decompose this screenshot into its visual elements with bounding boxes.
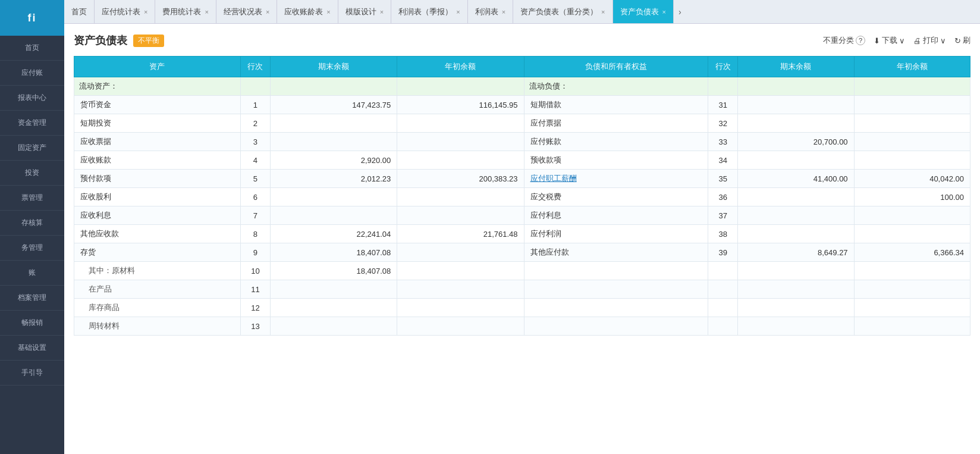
col-row-num-right: 行次	[708, 57, 738, 77]
right-start-balance	[854, 280, 970, 299]
left-item[interactable]: 货币资金	[74, 96, 241, 114]
tab-template-design[interactable]: 模版设计 ×	[338, 0, 391, 23]
right-row-num	[708, 262, 738, 280]
left-end-balance	[270, 114, 397, 133]
sidebar-item-fund-mgmt[interactable]: 资金管理	[0, 111, 64, 136]
help-icon[interactable]: ?	[856, 36, 865, 45]
col-end-balance-right: 期末余额	[738, 57, 854, 77]
left-start-balance	[397, 133, 524, 151]
sidebar-item-accounts[interactable]: 账	[0, 261, 64, 286]
left-row-num: 1	[240, 96, 270, 114]
table-row: 库存商品 12	[74, 299, 970, 317]
table-row: 应收票据 3 应付账款 33 20,700.00	[74, 133, 970, 151]
sidebar-item-sales[interactable]: 畅报销	[0, 311, 64, 336]
right-start-balance: 100.00	[854, 188, 970, 206]
right-start-balance	[854, 299, 970, 317]
right-end-balance	[738, 206, 854, 225]
left-item[interactable]: 在产品	[74, 280, 241, 299]
sidebar-item-home[interactable]: 首页	[0, 36, 64, 61]
left-item[interactable]: 周转材料	[74, 317, 241, 336]
tab-balance-sheet[interactable]: 资产负债表 ×	[613, 0, 674, 23]
print-icon: 🖨	[913, 36, 921, 45]
right-section-label: 流动负债：	[524, 77, 708, 96]
table-row: 其中：原材料 10 18,407.08	[74, 262, 970, 280]
sidebar-item-fixed-assets[interactable]: 固定资产	[0, 136, 64, 161]
right-item[interactable]: 短期借款	[524, 96, 708, 114]
right-item[interactable]: 应付账款	[524, 133, 708, 151]
right-start-balance: 6,366.34	[854, 243, 970, 262]
table-row: 应收利息 7 应付利息 37	[74, 206, 970, 225]
right-item[interactable]: 应付利息	[524, 206, 708, 225]
right-item[interactable]: 应付职工薪酬	[524, 170, 708, 188]
refresh-button[interactable]: ↻ 刷	[954, 35, 970, 46]
right-item[interactable]	[524, 317, 708, 336]
right-item[interactable]	[524, 262, 708, 280]
tab-expense-stats[interactable]: 费用统计表 ×	[155, 0, 216, 23]
sidebar-item-basic-settings[interactable]: 基础设置	[0, 336, 64, 361]
tab-profit-quarterly[interactable]: 利润表（季报） ×	[391, 0, 467, 23]
right-end-balance: 8,649.27	[738, 243, 854, 262]
download-button[interactable]: ⬇ 下载 ∨	[874, 35, 905, 46]
tab-home[interactable]: 首页	[64, 0, 95, 23]
tab-close-ar-aging[interactable]: ×	[326, 8, 330, 15]
left-item[interactable]: 应收股利	[74, 188, 241, 206]
right-item[interactable]: 应交税费	[524, 188, 708, 206]
left-item[interactable]: 其他应收款	[74, 225, 241, 243]
left-start-balance	[397, 114, 524, 133]
download-icon: ⬇	[874, 36, 880, 45]
right-item[interactable]: 应付票据	[524, 114, 708, 133]
no-reclassify-button[interactable]: 不重分类 ?	[823, 35, 865, 46]
sidebar-item-inventory-calc[interactable]: 存核算	[0, 211, 64, 236]
right-start-balance	[854, 133, 970, 151]
tab-balance-reclassified[interactable]: 资产负债表（重分类） ×	[513, 0, 612, 23]
left-end-balance	[270, 188, 397, 206]
tab-close-expense-stats[interactable]: ×	[205, 8, 208, 15]
left-item[interactable]: 应收票据	[74, 133, 241, 151]
refresh-icon: ↻	[954, 36, 961, 45]
left-end-balance: 147,423.75	[270, 96, 397, 114]
right-item[interactable]: 应付利润	[524, 225, 708, 243]
left-row-num: 13	[240, 317, 270, 336]
right-item[interactable]: 预收款项	[524, 151, 708, 170]
sidebar-item-bill-mgmt[interactable]: 票管理	[0, 186, 64, 211]
sidebar-item-doc-mgmt[interactable]: 档案管理	[0, 286, 64, 311]
left-item[interactable]: 应收利息	[74, 206, 241, 225]
left-row-num: 12	[240, 299, 270, 317]
tab-ap-stats[interactable]: 应付统计表 ×	[95, 0, 155, 23]
tab-profit[interactable]: 利润表 ×	[468, 0, 513, 23]
left-item[interactable]: 存货	[74, 243, 241, 262]
tab-close-operation[interactable]: ×	[266, 8, 269, 15]
right-start-balance	[854, 96, 970, 114]
sidebar-item-tax-mgmt[interactable]: 务管理	[0, 236, 64, 261]
right-item[interactable]: 其他应付款	[524, 243, 708, 262]
left-item[interactable]: 其中：原材料	[74, 262, 241, 280]
tab-close-profit-quarterly[interactable]: ×	[456, 8, 460, 15]
left-row-num: 3	[240, 133, 270, 151]
download-chevron-icon: ∨	[899, 36, 905, 45]
left-start-balance	[397, 188, 524, 206]
tab-close-profit[interactable]: ×	[502, 8, 505, 15]
right-start-balance: 40,042.00	[854, 170, 970, 188]
sidebar-item-investment[interactable]: 投资	[0, 161, 64, 186]
table-header-row: 资产 行次 期末余额 年初余额 负债和所有者权益 行次 期末余额 年初余额	[74, 57, 970, 77]
sidebar-item-accounts-payable[interactable]: 应付账	[0, 61, 64, 86]
right-row-num: 37	[708, 206, 738, 225]
right-row-num: 39	[708, 243, 738, 262]
left-item[interactable]: 短期投资	[74, 114, 241, 133]
tab-ar-aging[interactable]: 应收账龄表 ×	[277, 0, 338, 23]
tab-close-balance-reclassified[interactable]: ×	[601, 8, 605, 15]
print-button[interactable]: 🖨 打印 ∨	[913, 35, 946, 46]
left-item[interactable]: 预付款项	[74, 170, 241, 188]
tab-close-ap-stats[interactable]: ×	[144, 8, 147, 15]
left-item[interactable]: 库存商品	[74, 299, 241, 317]
tab-close-balance-sheet[interactable]: ×	[662, 8, 666, 15]
right-item[interactable]	[524, 299, 708, 317]
tab-close-template[interactable]: ×	[380, 8, 384, 15]
tab-operation-status[interactable]: 经营状况表 ×	[216, 0, 277, 23]
sidebar-item-guide[interactable]: 手引导	[0, 361, 64, 386]
right-item[interactable]	[524, 280, 708, 299]
right-row-num: 31	[708, 96, 738, 114]
sidebar-item-report-center[interactable]: 报表中心	[0, 86, 64, 111]
tab-scroll-right[interactable]: ›	[674, 7, 686, 17]
left-item[interactable]: 应收账款	[74, 151, 241, 170]
